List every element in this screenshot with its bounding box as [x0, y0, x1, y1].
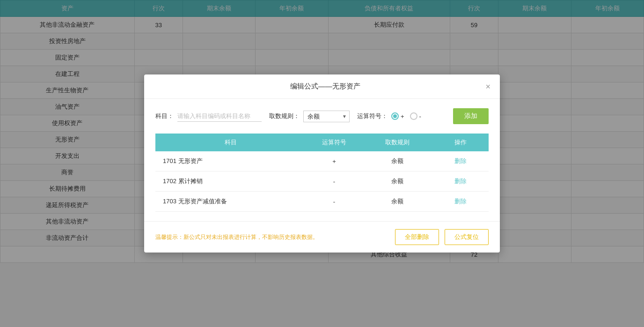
- formula-action: 删除: [432, 171, 489, 192]
- rule-label: 取数规则：: [269, 112, 300, 120]
- table-header-operator: 运算符号: [306, 134, 362, 151]
- formula-row: 1701 无形资产+余额删除: [155, 151, 489, 171]
- delete-link[interactable]: 删除: [454, 178, 467, 185]
- radio-plus-label: +: [401, 113, 404, 120]
- table-header-action: 操作: [432, 134, 489, 151]
- formula-row: 1703 无形资产减值准备-余额删除: [155, 192, 489, 212]
- add-button[interactable]: 添加: [453, 108, 489, 124]
- rule-select[interactable]: 余额 借方 贷方 借方发生额 贷方发生额: [303, 111, 350, 122]
- rule-select-wrapper: 余额 借方 贷方 借方发生额 贷方发生额 ▼: [303, 111, 350, 122]
- subject-label: 科目：: [155, 112, 174, 120]
- footer-hint: 温馨提示：新公式只对未出报表进行计算，不影响历史报表数据。: [155, 233, 318, 241]
- formula-action: 删除: [432, 151, 489, 171]
- formula-operator: +: [306, 151, 362, 171]
- rule-group: 取数规则： 余额 借方 贷方 借方发生额 贷方发生额 ▼: [269, 111, 350, 122]
- formula-subject: 1703 无形资产减值准备: [155, 192, 306, 212]
- formula-operator: -: [306, 171, 362, 192]
- modal-header: 编辑公式——无形资产 ×: [144, 74, 500, 99]
- background-container: 资产 行次 期末余额 年初余额 负债和所有者权益 行次 期末余额 年初余额 其他…: [0, 0, 644, 327]
- formula-rule: 余额: [362, 151, 432, 171]
- radio-group: + -: [391, 112, 421, 120]
- operator-label: 运算符号：: [357, 112, 388, 120]
- modal-title: 编辑公式——无形资产: [165, 82, 485, 91]
- formula-rule: 余额: [362, 192, 432, 212]
- radio-plus[interactable]: +: [391, 112, 404, 120]
- subject-group: 科目：: [155, 111, 262, 122]
- radio-minus-circle: [410, 112, 417, 120]
- modal-body: 科目： 取数规则： 余额 借方 贷方 借方发生额 贷方发生额: [144, 99, 500, 221]
- formula-action: 删除: [432, 192, 489, 212]
- formula-subject: 1701 无形资产: [155, 151, 306, 171]
- modal-overlay: 编辑公式——无形资产 × 科目： 取数规则： 余额: [0, 0, 644, 327]
- delete-link[interactable]: 删除: [454, 157, 467, 164]
- modal-footer: 温馨提示：新公式只对未出报表进行计算，不影响历史报表数据。 全部删除 公式复位: [144, 221, 500, 253]
- formula-row: 1702 累计摊销-余额删除: [155, 171, 489, 192]
- radio-minus-label: -: [419, 113, 421, 120]
- form-row: 科目： 取数规则： 余额 借方 贷方 借方发生额 贷方发生额: [155, 108, 489, 124]
- table-header-subject: 科目: [155, 134, 306, 151]
- delete-all-button[interactable]: 全部删除: [395, 229, 439, 245]
- table-header-rule: 取数规则: [362, 134, 432, 151]
- operator-group: 运算符号： + -: [357, 112, 421, 120]
- formula-subject: 1702 累计摊销: [155, 171, 306, 192]
- footer-buttons: 全部删除 公式复位: [395, 229, 489, 245]
- modal-dialog: 编辑公式——无形资产 × 科目： 取数规则： 余额: [144, 74, 500, 253]
- reset-button[interactable]: 公式复位: [445, 229, 489, 245]
- radio-minus[interactable]: -: [410, 112, 421, 120]
- formula-operator: -: [306, 192, 362, 212]
- modal-close-button[interactable]: ×: [485, 82, 490, 91]
- formula-rule: 余额: [362, 171, 432, 192]
- formula-table: 科目 运算符号 取数规则 操作 1701 无形资产+余额删除1702 累计摊销-…: [155, 134, 489, 212]
- delete-link[interactable]: 删除: [454, 198, 467, 205]
- radio-plus-circle: [391, 112, 399, 120]
- subject-input[interactable]: [177, 111, 262, 122]
